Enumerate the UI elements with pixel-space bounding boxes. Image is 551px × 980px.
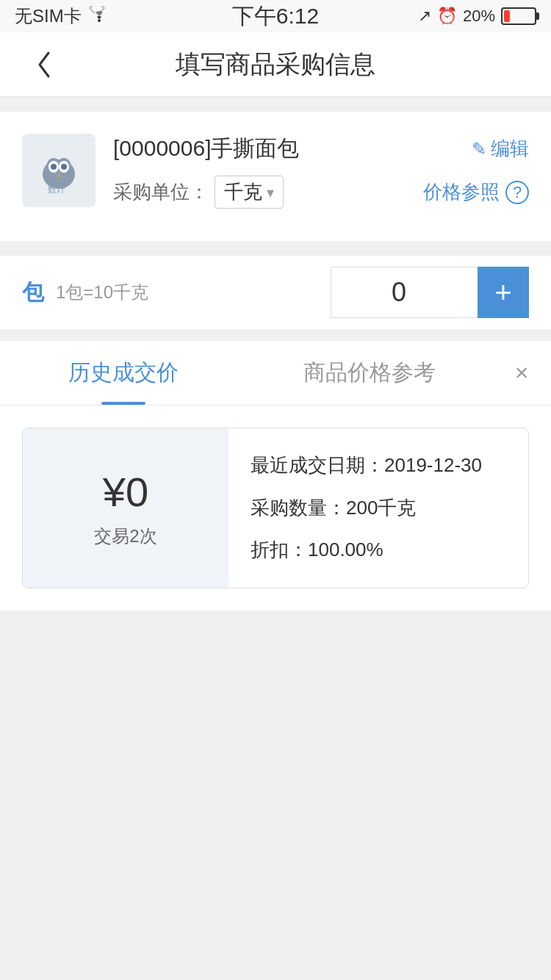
page-title: 填写商品采购信息 xyxy=(176,48,375,82)
quantity-input-group: + xyxy=(331,267,529,318)
status-left: 无SIM卡 xyxy=(15,4,109,28)
recent-date-value: 2019-12-30 xyxy=(384,454,482,476)
back-button[interactable] xyxy=(22,43,66,87)
tab-close-button[interactable]: × xyxy=(492,344,551,403)
quantity-section: 包 1包=10千克 + xyxy=(0,256,551,329)
discount-label: 折扣： xyxy=(251,538,308,561)
product-name: [0000006]手撕面包 xyxy=(113,134,299,164)
discount-row: 折扣：100.00% xyxy=(251,535,506,566)
signal-text: 无SIM卡 xyxy=(15,4,82,28)
svg-point-6 xyxy=(51,164,57,170)
package-label: 包 xyxy=(22,278,44,308)
product-info: [0000006]手撕面包 ✎ 编辑 采购单位： 千克 ▾ 价格参照 ? xyxy=(113,134,529,209)
nav-bar: 填写商品采购信息 xyxy=(0,32,551,97)
page-background xyxy=(0,610,551,980)
wifi-icon xyxy=(89,6,109,26)
price-card: ¥0 交易2次 最近成交日期：2019-12-30 采购数量：200千克 折扣：… xyxy=(22,428,529,588)
discount-value: 100.00% xyxy=(308,538,383,561)
price-card-left: ¥0 交易2次 xyxy=(23,428,228,588)
price-ref-help-icon: ? xyxy=(505,181,529,204)
svg-point-7 xyxy=(61,164,67,170)
battery-pct: 20% xyxy=(463,7,495,26)
purchase-qty-row: 采购数量：200千克 xyxy=(251,493,506,524)
qty-label: 采购数量： xyxy=(251,497,346,519)
price-number: 0 xyxy=(126,469,148,515)
unit-select-button[interactable]: 千克 ▾ xyxy=(215,176,284,209)
tab-product-label: 商品价格参考 xyxy=(303,358,436,388)
product-thumbnail: 数计 xyxy=(22,134,96,207)
edit-icon: ✎ xyxy=(472,139,486,159)
quantity-input[interactable] xyxy=(331,267,478,318)
price-value: ¥0 xyxy=(103,468,148,516)
unit-label: 采购单位： xyxy=(113,179,209,205)
battery-icon xyxy=(501,7,536,25)
location-icon: ↗ xyxy=(418,7,431,26)
status-right: ↗ ⏰ 20% xyxy=(418,7,536,26)
product-name-row: [0000006]手撕面包 ✎ 编辑 xyxy=(113,134,529,164)
svg-text:数计: 数计 xyxy=(48,184,65,195)
status-time: 下午6:12 xyxy=(232,1,319,32)
edit-button[interactable]: ✎ 编辑 xyxy=(472,136,529,162)
package-ratio: 1包=10千克 xyxy=(56,281,148,304)
recent-date-row: 最近成交日期：2019-12-30 xyxy=(251,450,506,481)
tab-product-price[interactable]: 商品价格参考 xyxy=(246,341,492,405)
price-card-container: ¥0 交易2次 最近成交日期：2019-12-30 采购数量：200千克 折扣：… xyxy=(0,406,551,610)
tab-active-indicator xyxy=(101,402,145,405)
price-card-right: 最近成交日期：2019-12-30 采购数量：200千克 折扣：100.00% xyxy=(228,428,528,588)
tab-history-price[interactable]: 历史成交价 xyxy=(0,341,246,405)
tab-history-label: 历史成交价 xyxy=(68,358,179,388)
product-header: 数计 [0000006]手撕面包 ✎ 编辑 采购单位： 千克 ▾ xyxy=(22,134,529,209)
product-unit-row: 采购单位： 千克 ▾ 价格参照 ? xyxy=(113,176,529,209)
svg-point-0 xyxy=(98,19,101,22)
tabs-header: 历史成交价 商品价格参考 × xyxy=(0,341,551,406)
price-ref-button[interactable]: 价格参照 ? xyxy=(423,179,529,205)
qty-value: 200千克 xyxy=(346,497,416,519)
unit-value: 千克 xyxy=(224,179,262,205)
edit-label: 编辑 xyxy=(491,136,529,162)
alarm-icon: ⏰ xyxy=(437,7,457,26)
product-section: 数计 [0000006]手撕面包 ✎ 编辑 采购单位： 千克 ▾ xyxy=(0,112,551,241)
trade-count: 交易2次 xyxy=(94,525,156,548)
close-icon: × xyxy=(515,359,529,386)
unit-arrow-icon: ▾ xyxy=(267,184,274,201)
quantity-plus-button[interactable]: + xyxy=(478,267,529,318)
recent-date-label: 最近成交日期： xyxy=(251,454,384,476)
status-bar: 无SIM卡 下午6:12 ↗ ⏰ 20% xyxy=(0,0,551,32)
tabs-section: 历史成交价 商品价格参考 × ¥0 交易2次 最近成交日期：2019-12-30 xyxy=(0,341,551,610)
currency-symbol: ¥ xyxy=(103,469,126,515)
price-ref-label: 价格参照 xyxy=(423,179,500,205)
quantity-label-group: 包 1包=10千克 xyxy=(22,278,148,308)
